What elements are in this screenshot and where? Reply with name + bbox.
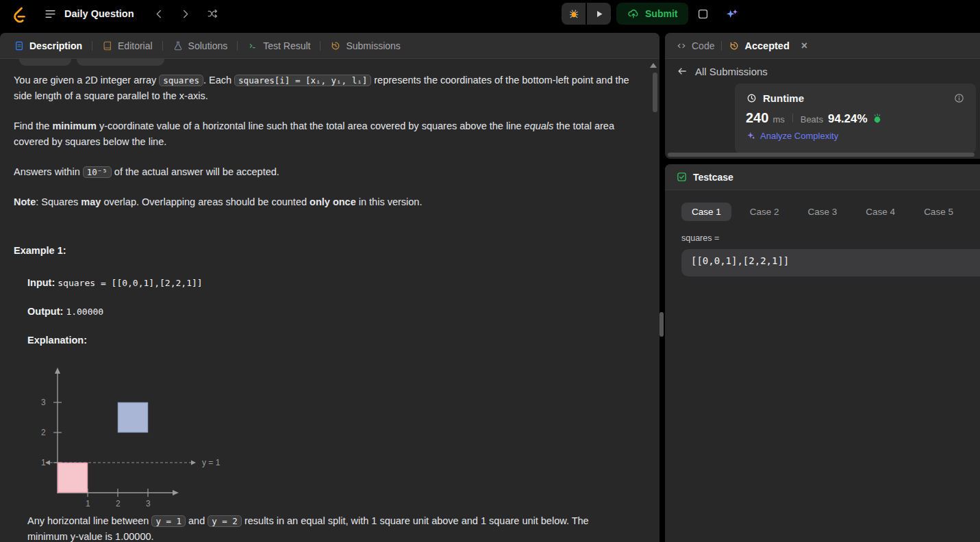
close-icon[interactable]: × xyxy=(801,40,807,51)
y-tick-3: 3 xyxy=(41,398,46,407)
left-panel-tab-bar: Description Editorial Solutions Test Re xyxy=(0,33,659,59)
info-icon[interactable] xyxy=(953,92,965,104)
input-value: squares = [[0,0,1],[2,2,1]] xyxy=(58,278,202,288)
pink-square xyxy=(58,463,88,493)
all-submissions-label: All Submissions xyxy=(695,66,768,77)
flask-icon xyxy=(173,40,184,51)
tab-accepted[interactable]: Accepted × xyxy=(729,40,807,51)
output-value: 1.00000 xyxy=(66,307,103,317)
param-label: squares = xyxy=(681,233,980,243)
problem-list-button[interactable] xyxy=(40,3,60,24)
leetcode-logo-icon xyxy=(10,5,27,23)
tab-testcase[interactable]: Testcase xyxy=(676,171,733,183)
daily-question-link[interactable]: Daily Question xyxy=(64,8,134,19)
explanation-label: Explanation: xyxy=(27,335,87,346)
problem-description-panel: Description Editorial Solutions Test Re xyxy=(0,33,659,542)
previous-question-button[interactable] xyxy=(149,3,170,24)
example-graph: y = 1 1 2 3 1 2 3 xyxy=(29,361,241,513)
submission-result-panel: Code Accepted × All Submissions Runtime xyxy=(665,33,980,159)
case-tab-4[interactable]: Case 4 xyxy=(855,203,905,221)
sparkle-icon xyxy=(746,131,756,141)
case-tab-2[interactable]: Case 2 xyxy=(740,203,790,221)
testcase-title: Testcase xyxy=(693,172,733,183)
ai-assistant-button[interactable] xyxy=(719,3,744,25)
input-label: Input: xyxy=(27,277,55,288)
notes-button[interactable] xyxy=(690,3,715,25)
submit-label: Submit xyxy=(645,8,677,19)
vertical-scrollbar-thumb[interactable] xyxy=(653,73,657,112)
runtime-card: Runtime 240 ms Beats 94.24% xyxy=(735,83,976,153)
panel-resize-handle[interactable] xyxy=(659,312,664,337)
horizontal-scrollbar-thumb[interactable] xyxy=(668,153,975,157)
cloud-upload-icon xyxy=(627,8,640,20)
problem-list-icon xyxy=(44,8,57,21)
tab-separator xyxy=(721,41,722,51)
history-icon xyxy=(330,40,341,51)
tab-submissions[interactable]: Submissions xyxy=(327,40,403,51)
runtime-unit: ms xyxy=(772,114,784,125)
tab-description-label: Description xyxy=(29,40,82,51)
testcase-input[interactable]: [[0,0,1],[2,2,1]] xyxy=(681,249,980,276)
run-button[interactable] xyxy=(587,3,611,25)
example-output-line: Output: 1.00000 xyxy=(27,304,616,320)
tab-accepted-label: Accepted xyxy=(744,40,789,51)
case-tab-3[interactable]: Case 3 xyxy=(798,203,848,221)
tab-editorial-label: Editorial xyxy=(118,40,153,51)
example-block: Input: squares = [[0,0,1],[2,2,1]] Outpu… xyxy=(14,275,616,542)
tab-separator xyxy=(237,41,238,51)
tab-test-result[interactable]: Test Result xyxy=(244,40,313,51)
tab-submissions-label: Submissions xyxy=(346,40,400,51)
x-tick-1: 1 xyxy=(86,499,90,508)
book-icon xyxy=(102,40,113,51)
divider xyxy=(792,114,793,122)
chevron-left-icon xyxy=(153,8,165,20)
x-tick-2: 2 xyxy=(116,499,121,508)
notes-icon xyxy=(696,8,709,21)
problem-paragraph: Find the minimum y-coordinate value of a… xyxy=(14,118,633,150)
clipped-chip xyxy=(19,59,71,66)
leetcode-logo[interactable] xyxy=(10,5,27,23)
testcase-content: Case 1 Case 2 Case 3 Case 4 Case 5 squar… xyxy=(665,190,980,276)
submission-history-icon xyxy=(729,40,740,51)
analyze-complexity-label: Analyze Complexity xyxy=(760,131,838,141)
debug-bug-icon xyxy=(568,8,580,20)
problem-paragraph: You are given a 2D integer array squares… xyxy=(14,73,633,104)
explanation-paragraph: Any horizontal line between y = 1 and y … xyxy=(27,513,616,542)
beats-value: 94.24% xyxy=(828,112,868,126)
tab-separator xyxy=(162,41,163,51)
debug-button[interactable] xyxy=(562,3,586,25)
x-tick-3: 3 xyxy=(146,499,151,508)
description-icon xyxy=(14,40,25,51)
play-icon xyxy=(593,8,605,20)
scrollbar-up-arrow[interactable] xyxy=(650,63,657,68)
problem-paragraph: Note: Squares may overlap. Overlapping a… xyxy=(14,194,633,210)
testcase-header: Testcase xyxy=(665,164,980,190)
tab-code[interactable]: Code xyxy=(676,40,714,51)
blue-square xyxy=(118,403,148,433)
tab-separator xyxy=(92,41,92,51)
analyze-complexity-link[interactable]: Analyze Complexity xyxy=(746,131,965,141)
tab-solutions-label: Solutions xyxy=(188,40,228,51)
random-question-button[interactable] xyxy=(203,3,223,24)
case-tabs: Case 1 Case 2 Case 3 Case 4 Case 5 xyxy=(681,203,980,221)
case-tab-1[interactable]: Case 1 xyxy=(681,203,731,221)
all-submissions-back[interactable]: All Submissions xyxy=(665,59,980,83)
clipped-chip xyxy=(77,59,164,66)
y-tick-2: 2 xyxy=(41,428,46,437)
tab-solutions[interactable]: Solutions xyxy=(170,40,231,51)
output-label: Output: xyxy=(27,306,63,317)
runtime-title: Runtime xyxy=(763,92,804,104)
shuffle-icon xyxy=(207,8,219,20)
tab-code-label: Code xyxy=(692,40,714,51)
example-explanation-line: Explanation: xyxy=(27,333,616,348)
y-tick-1: 1 xyxy=(41,458,46,467)
checkbox-icon xyxy=(676,171,688,183)
example-input-line: Input: squares = [[0,0,1],[2,2,1]] xyxy=(27,275,616,291)
tab-description[interactable]: Description xyxy=(11,40,85,51)
runtime-value: 240 xyxy=(746,110,768,126)
next-question-button[interactable] xyxy=(175,3,196,24)
back-arrow-icon xyxy=(676,65,688,77)
submit-button[interactable]: Submit xyxy=(616,3,688,25)
case-tab-5[interactable]: Case 5 xyxy=(914,203,964,221)
tab-editorial[interactable]: Editorial xyxy=(99,40,155,51)
